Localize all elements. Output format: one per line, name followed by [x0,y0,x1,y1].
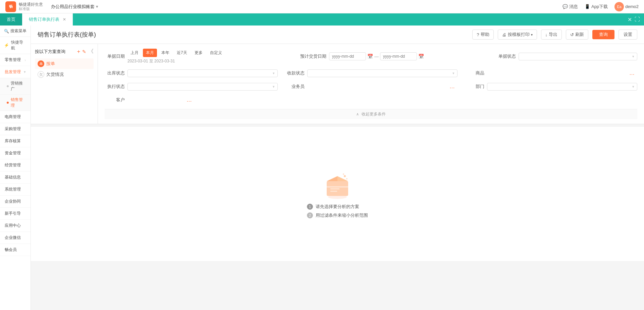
payment-status-select[interactable]: ▾ [307,69,458,77]
search-menu[interactable]: 🔍 搜索菜单 [0,25,31,37]
scheme-single-icon: 单 [38,60,44,67]
payment-status-label: 收款状态 [284,70,305,76]
scheme-arrears[interactable]: 欠 欠货情况 [35,69,94,80]
step-2-num: 2 [307,212,313,218]
settings-button[interactable]: 设置 [619,30,637,40]
sidebar-item-ecommerce[interactable]: 电商管理 [0,111,31,123]
goods-label: 商品 [464,70,484,76]
salesperson-select[interactable]: … [307,82,458,91]
collapse-scheme-icon[interactable]: 《 [88,48,94,55]
predicted-date-from[interactable] [329,52,366,60]
predicted-date-to[interactable] [380,52,417,60]
nav-tabs-right: ✕ ⛶ [628,16,644,23]
sidebar-item-newbie[interactable]: 新手引导 [0,208,31,220]
sidebar-item-appstore[interactable]: 应用中心 [0,220,31,232]
user-menu[interactable]: Ea demo2 [614,2,639,11]
tab-home[interactable]: 首页 [0,13,22,25]
date-tabs: 上月 本月 本年 近7天 更多 自定义 [127,49,225,57]
step-1-num: 1 [307,204,313,210]
print-icon: 🖨 [502,32,506,37]
edit-scheme-icon[interactable]: ✎ [82,49,86,54]
filter-payment-status-field: 收款状态 ▾ [284,69,458,77]
order-status-select[interactable]: ▾ [519,53,637,60]
app-logo: 畅 [5,1,16,12]
cal-from-icon[interactable]: 📅 [367,54,373,59]
empty-svg [321,169,354,200]
filter-row-4: 客户 … [105,96,637,104]
customer-more-icon[interactable]: … [186,97,192,103]
svg-point-3 [344,175,346,177]
sidebar-item-finance[interactable]: 资金管理 [0,147,31,159]
message-button[interactable]: 💬 消息 [562,4,578,10]
exec-status-select[interactable]: ▾ [127,83,278,91]
filter-customer-field: 客户 … [105,96,371,104]
breadcrumb-dropdown[interactable]: ▾ [96,4,98,9]
filter-salesperson-field: 业务员 … [284,82,458,91]
scheme-arrears-icon: 欠 [38,71,44,78]
sidebar-item-member[interactable]: 畅会员 [0,244,31,256]
search-button[interactable]: 查询 [592,30,614,39]
delivery-status-select[interactable]: ▾ [127,69,278,77]
sidebar-item-wholesale[interactable]: 批发管理 ▾ [0,66,31,78]
date-tab-custom[interactable]: 自定义 [207,49,225,57]
scheme-single[interactable]: 单 按单 [35,58,94,69]
sidebar-item-system[interactable]: 系统管理 [0,184,31,196]
date-tab-this-month[interactable]: 本月 [143,49,157,57]
filter-row-3: 执行状态 ▾ 业务员 … 部门 [105,82,637,91]
date-tab-this-year[interactable]: 本年 [158,49,172,57]
refresh-button[interactable]: ↺ 刷新 [566,30,588,40]
collapse-bar[interactable]: ∧ 收起更多条件 [105,109,637,119]
export-icon: ↓ [545,32,548,37]
sidebar-item-basic[interactable]: 基础信息 [0,171,31,184]
sidebar-item-marketing[interactable]: 营销推广 [0,78,31,95]
download-icon: 📱 [585,4,590,9]
export-button[interactable]: ↓ 导出 [541,30,562,40]
filter-date-field: 单据日期 上月 本月 本年 近7天 更多 自定义 2023-03-01 至 20… [105,49,293,64]
filter-row-1: 单据日期 上月 本月 本年 近7天 更多 自定义 2023-03-01 至 20… [105,49,637,64]
app-name: 畅捷通好生意 标准版 [19,2,43,11]
dept-arrow-icon: ▾ [632,85,634,89]
cal-to-icon[interactable]: 📅 [418,54,424,59]
salesperson-label: 业务员 [284,84,305,90]
date-tab-more[interactable]: 更多 [192,49,206,57]
sidebar-item-retail[interactable]: 零售管理 › [0,54,31,66]
customer-select[interactable]: … [127,96,195,104]
user-avatar: Ea [614,2,624,11]
refresh-icon: ↺ [570,32,574,37]
date-control: 上月 本月 本年 近7天 更多 自定义 2023-03-01 至 2023-03… [127,49,293,64]
retail-arrow-icon: › [24,58,26,62]
sales-dot [7,102,9,104]
salesperson-more-icon[interactable]: … [449,84,455,90]
goods-select[interactable]: … [487,69,637,78]
filter-conditions: 单据日期 上月 本月 本年 近7天 更多 自定义 2023-03-01 至 20… [98,44,644,124]
sidebar-item-quick-nav[interactable]: ⚡ 快捷导航 [0,37,31,54]
sidebar-item-inventory[interactable]: 库存核算 [0,135,31,147]
date-tab-last-month[interactable]: 上月 [127,49,142,57]
template-print-button[interactable]: 🖨 按模板打印 ▾ [498,30,537,40]
date-tab-last7[interactable]: 近7天 [174,49,190,57]
dept-select[interactable]: ▾ [487,83,637,91]
order-status-arrow-icon: ▾ [632,54,634,59]
goods-more-icon[interactable]: … [629,70,635,76]
search-icon: 🔍 [4,29,9,34]
help-button[interactable]: ? 帮助 [472,30,493,40]
tab-sales-exec[interactable]: 销售订单执行表 ✕ [22,13,73,25]
add-scheme-icon[interactable]: + [77,49,80,55]
tab-close-all-icon[interactable]: ✕ [628,16,632,23]
empty-illustration [321,169,354,200]
empty-step-1: 1 请先选择要分析的方案 [307,204,368,210]
sidebar-item-wechat[interactable]: 企业微信 [0,232,31,244]
wholesale-sub-menu: 营销推广 销售管理 [0,78,31,111]
sidebar-item-purchase[interactable]: 采购管理 [0,123,31,135]
customer-label: 客户 [105,97,125,103]
download-button[interactable]: 📱 App下载 [585,4,608,10]
header-left: 畅 畅捷通好生意 标准版 办公用品行业模拟账套 ▾ [5,1,98,12]
sidebar-item-enterprise[interactable]: 企业协同 [0,196,31,208]
tab-close-icon[interactable]: ✕ [63,17,66,22]
sidebar-item-operation[interactable]: 经营管理 [0,159,31,171]
nav-tabs: 首页 销售订单执行表 ✕ ✕ ⛶ [0,13,644,25]
tab-expand-icon[interactable]: ⛶ [635,16,640,22]
sidebar-item-sales-mgmt[interactable]: 销售管理 [0,95,31,111]
predicted-date-label: 预计交货日期 [300,53,326,59]
print-arrow-icon: ▾ [531,33,533,37]
